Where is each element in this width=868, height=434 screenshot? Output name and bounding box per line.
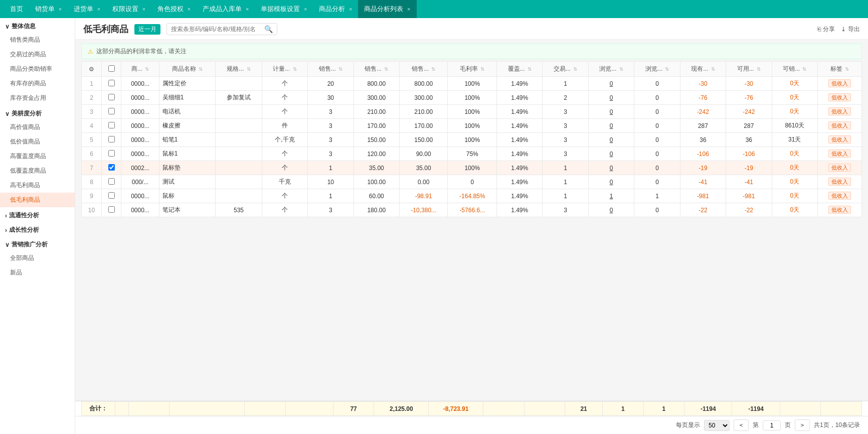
row-name[interactable]: 测试 [159,175,216,189]
sidebar-item-new-products[interactable]: 新品 [0,265,75,280]
row-select-checkbox[interactable] [108,150,115,157]
nav-roles-close[interactable]: × [188,6,191,12]
row-browse1[interactable]: 0 [588,203,634,217]
row-checkbox[interactable] [101,189,121,203]
sidebar-item-capital[interactable]: 库存资金占用 [0,91,75,105]
row-select-checkbox[interactable] [108,206,115,213]
row-browse1[interactable]: 0 [588,119,634,133]
nav-product-entry-close[interactable]: × [246,6,249,12]
row-name[interactable]: 属性定价 [159,77,216,91]
nav-permissions-close[interactable]: × [142,6,145,12]
row-select-checkbox[interactable] [108,164,115,171]
browse1-link[interactable]: 0 [610,122,613,129]
row-name[interactable]: 鼠标1 [159,147,216,161]
row-checkbox[interactable] [101,77,121,91]
row-checkbox[interactable] [101,203,121,217]
nav-sales-close[interactable]: × [59,6,62,12]
search-icon[interactable]: 🔍 [264,25,273,33]
nav-analysis-close[interactable]: × [349,6,352,12]
col-sales-qty[interactable]: 销售... ⇅ [308,62,354,77]
row-name[interactable]: 铅笔1 [159,133,216,147]
nav-purchase-close[interactable]: × [97,6,100,12]
row-browse1[interactable]: 0 [588,105,634,119]
col-sales-profit[interactable]: 销售... ⇅ [399,62,448,77]
export-button[interactable]: ⤓ 导出 [841,25,860,34]
col-gross-margin[interactable]: 毛利率 ⇅ [448,62,497,77]
col-browse1[interactable]: 浏览... ⇅ [588,62,634,77]
browse1-link[interactable]: 0 [610,136,613,143]
row-checkbox[interactable] [101,147,121,161]
nav-purchase[interactable]: 进货单 × [68,0,106,18]
sidebar-item-low-coverage[interactable]: 低覆盖度商品 [0,164,75,178]
sidebar-item-high-margin[interactable]: 高毛利商品 [0,178,75,193]
nav-template[interactable]: 单据模板设置 × [255,0,313,18]
row-checkbox[interactable] [101,175,121,189]
browse1-link[interactable]: 0 [610,179,613,186]
sidebar-item-low-value[interactable]: 低价值商品 [0,134,75,149]
sidebar-group-marketing-title[interactable]: ∨ 营销推广分析 [0,236,75,251]
row-browse1[interactable]: 0 [588,161,634,175]
col-transaction[interactable]: 交易... ⇅ [543,62,588,77]
nav-sales[interactable]: 销货单 × [29,0,68,18]
sidebar-item-high-coverage[interactable]: 高覆盖度商品 [0,149,75,164]
nav-analysis-list[interactable]: 商品分析列表 × [358,0,416,18]
row-browse1[interactable]: 0 [588,133,634,147]
sidebar-group-growth-title[interactable]: › 成长性分析 [0,222,75,236]
col-settings[interactable]: ⚙ [82,62,102,77]
sidebar-item-in-stock[interactable]: 有库存的商品 [0,76,75,91]
sidebar-item-all-products[interactable]: 全部商品 [0,251,75,265]
row-browse1[interactable]: 1 [588,189,634,203]
browse1-link[interactable]: 0 [610,151,613,158]
nav-analysis-list-close[interactable]: × [407,6,410,12]
nav-template-close[interactable]: × [304,6,307,12]
sidebar-item-low-margin[interactable]: 低毛利商品 [0,193,75,207]
row-checkbox[interactable] [101,161,121,175]
sidebar-item-category-rate[interactable]: 商品分类助销率 [0,62,75,76]
row-select-checkbox[interactable] [108,192,115,199]
browse1-link[interactable]: 1 [610,193,613,200]
row-name[interactable]: 笔记本 [159,203,216,217]
sidebar-group-overall-title[interactable]: ∨ 整体信息 [0,18,75,33]
col-current-stock[interactable]: 现有... ⇅ [680,62,726,77]
page-number-input[interactable] [763,420,781,430]
row-select-checkbox[interactable] [108,122,115,128]
sidebar-item-traded[interactable]: 交易过的商品 [0,47,75,62]
row-checkbox[interactable] [101,133,121,147]
nav-product-entry[interactable]: 产成品入库单 × [197,0,255,18]
prev-page-button[interactable]: ＜ [734,419,749,431]
nav-home[interactable]: 首页 [4,0,29,18]
search-input[interactable] [171,26,261,33]
col-sales-price[interactable]: 销售... ⇅ [354,62,399,77]
next-page-button[interactable]: ＞ [795,419,810,431]
row-name[interactable]: 橡皮擦 [159,119,216,133]
row-checkbox[interactable] [101,91,121,105]
row-browse1[interactable]: 0 [588,77,634,91]
col-spec[interactable]: 规格... ⇅ [216,62,262,77]
row-select-checkbox[interactable] [108,80,115,86]
filter-tag[interactable]: 近一月 [134,24,160,35]
col-code[interactable]: 商... ⇅ [121,62,159,77]
sidebar-group-circulation-title[interactable]: › 流通性分析 [0,207,75,222]
col-tag[interactable]: 标签 ⇅ [817,62,861,77]
browse1-link[interactable]: 0 [610,165,613,172]
share-button[interactable]: ⎗ 分享 [817,25,835,34]
browse1-link[interactable]: 0 [610,108,613,115]
sidebar-item-sales-products[interactable]: 销售类商品 [0,33,75,47]
row-name[interactable]: 吴细细1 [159,91,216,105]
row-name[interactable]: 鼠标 [159,189,216,203]
nav-permissions[interactable]: 权限设置 × [106,0,151,18]
row-select-checkbox[interactable] [108,108,115,114]
per-page-select[interactable]: 50 100 200 [704,420,730,431]
browse1-link[interactable]: 0 [610,94,613,101]
sidebar-group-aesthetic-title[interactable]: ∨ 美耕度分析 [0,105,75,120]
sidebar-item-high-value[interactable]: 高价值商品 [0,120,75,134]
row-select-checkbox[interactable] [108,94,115,100]
col-unit[interactable]: 计量... ⇅ [262,62,307,77]
row-select-checkbox[interactable] [108,136,115,142]
row-select-checkbox[interactable] [108,178,115,185]
row-checkbox[interactable] [101,105,121,119]
row-browse1[interactable]: 0 [588,91,634,105]
row-browse1[interactable]: 0 [588,175,634,189]
row-name[interactable]: 电话机 [159,105,216,119]
row-name[interactable]: 鼠标垫 [159,161,216,175]
